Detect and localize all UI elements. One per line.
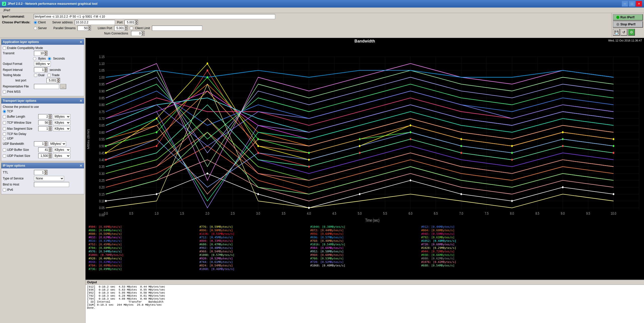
tcp-no-delay-checkbox[interactable] <box>3 132 6 136</box>
port-input[interactable] <box>125 20 135 25</box>
report-interval-spinbox[interactable]: ▲ ▼ <box>34 67 48 72</box>
tcp-window-checkbox[interactable] <box>3 121 6 124</box>
seconds-radio[interactable] <box>48 57 51 60</box>
parallel-spinbox[interactable]: ▲ ▼ <box>77 26 91 31</box>
report-interval-input[interactable] <box>34 68 44 72</box>
udp-buffer-input[interactable] <box>38 148 49 152</box>
port-down[interactable]: ▼ <box>135 22 138 25</box>
port-up[interactable]: ▲ <box>135 20 138 22</box>
app-layer-close[interactable]: ✕ <box>79 40 83 44</box>
num-conn-spinbox[interactable]: ▲ ▼ <box>131 31 145 36</box>
report-down[interactable]: ▼ <box>44 70 47 72</box>
settings-button[interactable]: ⚙ <box>628 29 635 36</box>
report-up[interactable]: ▲ <box>44 68 47 70</box>
max-segment-spinbox[interactable]: ▲ ▼ <box>38 126 52 131</box>
udp-buffer-checkbox[interactable] <box>3 148 6 152</box>
parallel-down[interactable]: ▼ <box>88 28 91 30</box>
num-conn-input[interactable] <box>131 31 141 36</box>
udp-buffer-unit[interactable]: KBytesMBytes <box>53 147 70 152</box>
server-option[interactable]: Server <box>34 26 47 30</box>
ttl-up[interactable]: ▲ <box>44 170 47 172</box>
tw-up[interactable]: ▲ <box>49 120 52 123</box>
ubuf-up[interactable]: ▲ <box>49 148 52 150</box>
tcp-window-unit[interactable]: KBytesMBytes <box>53 120 70 125</box>
tcp-radio[interactable] <box>3 110 6 113</box>
udp-packet-spinbox[interactable]: ▲ ▼ <box>38 153 52 158</box>
client-limit-input[interactable] <box>152 26 202 31</box>
rep-file-input[interactable] <box>34 84 59 89</box>
buffer-length-spinbox[interactable]: ▲ ▼ <box>38 114 52 119</box>
parallel-up[interactable]: ▲ <box>88 26 91 28</box>
ub-down[interactable]: ▼ <box>44 144 47 146</box>
test-port-input[interactable] <box>47 78 57 83</box>
max-segment-checkbox[interactable] <box>3 127 6 130</box>
transmit-spinbox[interactable]: ▲ ▼ <box>34 51 48 56</box>
run-iperf-button[interactable]: Run IPerf! <box>613 14 643 21</box>
up-down[interactable]: ▼ <box>49 156 52 158</box>
rep-file-browse[interactable]: ... <box>60 84 66 89</box>
listen-port-spinbox[interactable]: ▲ ▼ <box>114 26 128 31</box>
refresh-button[interactable]: ↺ <box>620 29 627 36</box>
udp-buffer-spinbox[interactable]: ▲ ▼ <box>38 147 52 152</box>
test-port-up[interactable]: ▲ <box>57 78 60 80</box>
num-conn-down[interactable]: ▼ <box>141 33 144 36</box>
tcp-window-spinbox[interactable]: ▲ ▼ <box>38 120 52 125</box>
client-limit-checkbox[interactable] <box>130 27 133 30</box>
ip-layer-close[interactable]: ✕ <box>79 164 83 168</box>
buffer-length-checkbox[interactable] <box>3 115 6 118</box>
maximize-button[interactable]: □ <box>629 1 635 7</box>
parallel-input[interactable] <box>78 26 88 30</box>
bind-host-input[interactable] <box>34 182 69 187</box>
stop-iperf-button[interactable]: Stop IPerf! <box>613 21 643 28</box>
ms-up[interactable]: ▲ <box>49 126 52 129</box>
max-segment-input[interactable] <box>38 126 49 131</box>
transmit-input[interactable] <box>34 51 44 56</box>
output-text[interactable]: [912] 0-10.2 sec 4.53 MBytes 0.44 MBytes… <box>86 285 644 323</box>
dual-checkbox[interactable] <box>34 74 37 77</box>
max-segment-unit[interactable]: KBytesMBytes <box>53 126 70 131</box>
listen-up[interactable]: ▲ <box>125 26 128 28</box>
bl-down[interactable]: ▼ <box>49 117 52 119</box>
listen-down[interactable]: ▼ <box>125 28 128 30</box>
bl-up[interactable]: ▲ <box>49 114 52 117</box>
ttl-down[interactable]: ▼ <box>44 172 47 175</box>
menu-jperf[interactable]: JPerf <box>1 8 12 13</box>
tos-select[interactable]: None <box>34 176 64 181</box>
compatibility-checkbox[interactable] <box>3 47 6 50</box>
print-mss-checkbox[interactable] <box>3 90 6 94</box>
output-format-select[interactable]: MBytes KBytes Bits <box>34 61 51 66</box>
server-radio[interactable] <box>34 27 37 30</box>
client-radio[interactable] <box>34 21 37 24</box>
ms-down[interactable]: ▼ <box>49 129 52 131</box>
ttl-spinbox[interactable]: ▲ ▼ <box>34 170 48 175</box>
ub-up[interactable]: ▲ <box>44 142 47 144</box>
udp-packet-checkbox[interactable] <box>3 154 6 158</box>
num-conn-up[interactable]: ▲ <box>141 31 144 33</box>
bytes-radio[interactable] <box>33 57 36 60</box>
minimize-button[interactable]: ─ <box>622 1 628 7</box>
transport-layer-close[interactable]: ✕ <box>79 99 83 103</box>
transmit-down[interactable]: ▼ <box>44 53 47 56</box>
port-spinbox[interactable]: ▲ ▼ <box>125 20 138 25</box>
udp-packet-input[interactable] <box>38 154 49 158</box>
close-button[interactable]: ✕ <box>636 1 642 7</box>
ttl-input[interactable] <box>34 170 44 175</box>
tw-down[interactable]: ▼ <box>49 123 52 125</box>
save-button[interactable]: 💾 <box>613 29 620 36</box>
ubuf-down[interactable]: ▼ <box>49 150 52 152</box>
buffer-length-unit[interactable]: MBytesKBytes <box>53 114 70 119</box>
udp-bandwidth-input[interactable] <box>34 142 44 146</box>
test-port-down[interactable]: ▼ <box>57 80 60 83</box>
udp-bandwidth-unit[interactable]: MBytes/secKBytes/sec <box>49 141 66 146</box>
ipv6-checkbox[interactable] <box>3 188 6 192</box>
client-option[interactable]: Client <box>34 21 46 24</box>
iperf-command-input[interactable] <box>34 14 275 19</box>
udp-packet-unit[interactable]: BytesKBytes <box>53 153 70 158</box>
tcp-window-input[interactable] <box>38 120 49 125</box>
test-port-spinbox[interactable]: ▲ ▼ <box>47 78 60 83</box>
transmit-up[interactable]: ▲ <box>44 51 47 53</box>
up-up[interactable]: ▲ <box>49 154 52 156</box>
server-address-input[interactable] <box>75 20 115 25</box>
listen-port-input[interactable] <box>114 26 125 30</box>
trade-checkbox[interactable] <box>48 74 51 77</box>
